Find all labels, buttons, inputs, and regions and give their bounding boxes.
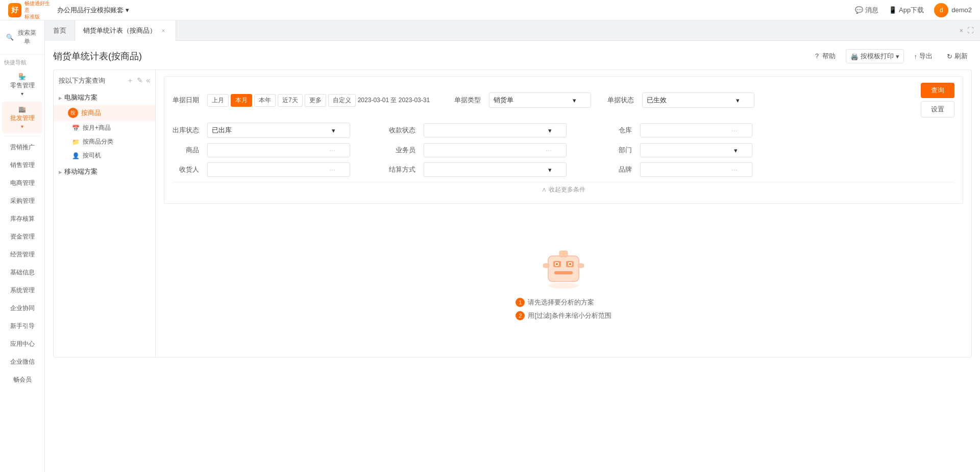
scheme-group-pc: 电脑端方案 按 按商品 📅 按月+商品 📁 按商品分类	[54, 89, 155, 163]
print-button[interactable]: 🖨️ 按模板打印	[846, 49, 904, 63]
scheme-panel-actions: ＋ ✎ «	[127, 76, 150, 85]
query-button[interactable]: 查询	[921, 83, 954, 98]
brand-dots-icon[interactable]: ···	[731, 166, 738, 174]
product-input[interactable]: ···	[207, 143, 350, 157]
add-scheme-icon[interactable]: ＋	[127, 76, 134, 85]
scheme-item-by-product-label: 按商品	[81, 108, 101, 117]
date-btn-custom[interactable]: 自定义	[328, 94, 356, 107]
help-icon: ？	[814, 52, 820, 61]
search-menu-button[interactable]: 🔍 搜索菜单	[4, 26, 40, 49]
quick-nav-label[interactable]: 快捷导航	[0, 55, 44, 68]
scheme-sub-item-category[interactable]: 📁 按商品分类	[54, 135, 155, 149]
scheme-sub-item-driver[interactable]: 👤 按司机	[54, 149, 155, 162]
tab-close-icon[interactable]: ×	[959, 27, 963, 34]
collapse-panel-icon[interactable]: «	[146, 76, 150, 85]
page-title: 销货单统计表(按商品)	[53, 50, 142, 62]
sidebar-item-enterprise[interactable]: 企业协同	[2, 300, 42, 317]
export-icon: ↑	[914, 53, 918, 60]
department-select[interactable]	[640, 143, 752, 157]
date-field: 上月 本月 本年 近7天 更多 自定义 2023-03-01 至 2023-03…	[207, 94, 430, 107]
wholesale-label: 批发管理	[10, 114, 35, 123]
sidebar-item-basic[interactable]: 基础信息	[2, 264, 42, 281]
message-label: 消息	[865, 6, 878, 15]
workspace-selector[interactable]: 办公用品行业模拟账套	[53, 4, 133, 17]
sidebar-item-sales[interactable]: 销售管理	[2, 157, 42, 174]
doc-status-select[interactable]: 已生效	[642, 92, 754, 108]
doc-type-select[interactable]: 销货单	[489, 92, 591, 108]
sidebar-item-ecommerce[interactable]: 电商管理	[2, 175, 42, 192]
app-download-nav[interactable]: 📱 App下载	[889, 6, 924, 15]
salesperson-dots-icon[interactable]: ···	[546, 146, 552, 154]
out-status-select[interactable]: 已出库	[207, 123, 350, 138]
driver-icon: 👤	[72, 152, 80, 159]
wholesale-arrow-icon	[21, 124, 23, 129]
sidebar-item-finance[interactable]: 资金管理	[2, 228, 42, 245]
sidebar-item-guide[interactable]: 新手引导	[2, 318, 42, 335]
scheme-panel-title: 按以下方案查询	[59, 76, 105, 85]
payment-status-select[interactable]	[424, 123, 567, 137]
help-label: 帮助	[822, 52, 836, 61]
tab-fullscreen-icon[interactable]: ⛶	[967, 27, 974, 34]
svg-point-11	[548, 282, 579, 289]
svg-rect-10	[578, 264, 584, 268]
wecom-label: 企业微信	[10, 358, 35, 366]
user-nav[interactable]: d demo2	[934, 3, 972, 17]
sidebar-item-marketing[interactable]: 营销推广	[2, 139, 42, 156]
salesperson-input[interactable]: ···	[424, 143, 567, 157]
date-range-value: 2023-03-01 至 2023-03-31	[358, 96, 430, 105]
help-button[interactable]: ？ 帮助	[810, 50, 840, 63]
scheme-item-by-product[interactable]: 按 按商品	[54, 105, 155, 121]
tab-home[interactable]: 首页	[45, 20, 75, 41]
warehouse-dots-icon[interactable]: ···	[731, 126, 738, 134]
tab-bar-actions: × ⛶	[959, 27, 980, 34]
sidebar-item-wholesale[interactable]: 🏬 批发管理	[2, 102, 42, 133]
sidebar-item-system[interactable]: 系统管理	[2, 282, 42, 299]
collapse-conditions-button[interactable]: ∧ 收起更多条件	[173, 182, 954, 197]
edit-scheme-icon[interactable]: ✎	[137, 76, 143, 85]
scheme-sub-item-month-product[interactable]: 📅 按月+商品	[54, 121, 155, 135]
doc-type-arrow-icon	[573, 97, 576, 104]
search-menu-label: 搜索菜单	[16, 29, 38, 46]
filter-row-3: 商品 ··· 业务员 ··· 部门	[173, 143, 954, 157]
scheme-group-pc-header[interactable]: 电脑端方案	[54, 90, 155, 105]
date-btn-this-month[interactable]: 本月	[231, 94, 252, 107]
pc-group-label: 电脑端方案	[64, 93, 97, 102]
sidebar-item-operation[interactable]: 经营管理	[2, 246, 42, 263]
mobile-group-arrow-icon	[59, 168, 62, 176]
sidebar-item-purchase[interactable]: 采购管理	[2, 193, 42, 209]
driver-label: 按司机	[83, 151, 101, 160]
refresh-icon: ↻	[947, 53, 952, 60]
message-icon: 💬	[855, 6, 863, 14]
sidebar-item-vip[interactable]: 畅会员	[2, 371, 42, 388]
brand-input[interactable]: ···	[640, 162, 752, 177]
tab-sales-stat[interactable]: 销货单统计表（按商品） ×	[75, 20, 176, 41]
tab-close-button[interactable]: ×	[159, 27, 167, 35]
svg-rect-8	[559, 251, 568, 257]
settlement-select[interactable]	[424, 162, 567, 177]
product-dots-icon[interactable]: ···	[329, 146, 335, 154]
warehouse-label: 仓库	[605, 126, 632, 135]
message-nav[interactable]: 💬 消息	[855, 6, 878, 15]
sidebar-item-inventory[interactable]: 库存核算	[2, 210, 42, 227]
receiver-dots-icon[interactable]: ···	[329, 166, 335, 174]
scheme-group-mobile-header[interactable]: 移动端方案	[54, 164, 155, 179]
mobile-group-label: 移动端方案	[64, 167, 97, 176]
scheme-item-dot-icon: 按	[68, 108, 78, 118]
doc-status-value: 已生效	[647, 96, 667, 105]
settings-button[interactable]: 设置	[921, 101, 954, 117]
refresh-button[interactable]: ↻ 刷新	[943, 50, 972, 63]
date-btn-this-year[interactable]: 本年	[254, 94, 276, 107]
sidebar-item-wecom[interactable]: 企业微信	[2, 353, 42, 370]
receiver-input[interactable]: ···	[207, 162, 350, 177]
date-btn-last-month[interactable]: 上月	[207, 94, 229, 107]
date-btn-more[interactable]: 更多	[305, 94, 326, 107]
date-btn-7days[interactable]: 近7天	[278, 94, 303, 107]
sidebar-item-retail[interactable]: 🏪 零售管理	[2, 69, 42, 101]
month-product-icon: 📅	[72, 125, 80, 132]
tab-home-label: 首页	[53, 26, 66, 35]
export-button[interactable]: ↑ 导出	[910, 50, 937, 63]
sidebar-item-appstore[interactable]: 应用中心	[2, 336, 42, 352]
tab-sales-stat-label: 销货单统计表（按商品）	[83, 26, 156, 35]
warehouse-input[interactable]: ···	[640, 123, 752, 137]
empty-tip-1: 1 请先选择要分析的方案	[516, 298, 611, 307]
